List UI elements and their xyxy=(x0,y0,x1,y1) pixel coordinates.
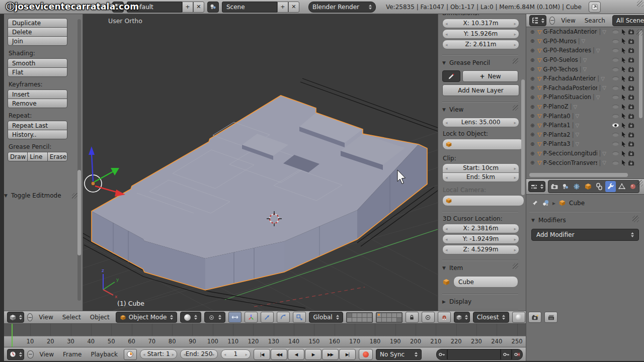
editor-type-select[interactable] xyxy=(528,181,545,192)
dimension-y-field[interactable]: Y: 15.926m xyxy=(442,29,519,39)
opengl-render-still-button[interactable] xyxy=(528,312,541,323)
tool-button-join[interactable]: Join xyxy=(8,36,67,46)
jump-prev-keyframe-button[interactable]: ◀◀ xyxy=(271,349,287,360)
expand-icon[interactable]: ⊕ xyxy=(530,48,536,53)
lens-field[interactable]: Lens: 35.000 xyxy=(442,118,519,127)
opengl-render-anim-button[interactable] xyxy=(544,312,557,323)
menu-playback[interactable]: Playback xyxy=(88,351,121,358)
editor-type-select[interactable] xyxy=(529,15,546,26)
outliner-item-label[interactable]: P-PlanoSituacion xyxy=(543,94,591,101)
visibility-eye-icon[interactable] xyxy=(612,114,619,118)
menu-select[interactable]: Select xyxy=(59,314,84,321)
tool-button-repeat-last[interactable]: Repeat Last xyxy=(8,121,67,130)
renderability-camera-icon[interactable] xyxy=(628,75,635,81)
expand-icon[interactable]: ⊕ xyxy=(530,66,536,72)
renderability-camera-icon[interactable] xyxy=(628,38,635,44)
snap-target-select[interactable]: Closest xyxy=(473,312,510,323)
viewport-canvas[interactable]: z y x User Ortho (1) Cube xyxy=(83,14,438,311)
keying-set-icon-button[interactable] xyxy=(436,349,447,360)
clip-start-field[interactable]: Start: 10cm xyxy=(442,163,519,173)
outliner-item-p-planta2[interactable]: ⊕ ▽ P-Planta2 | ▽ xyxy=(526,130,637,140)
dimension-x-field[interactable]: X: 10.317m xyxy=(442,19,519,28)
collapse-menus-button[interactable]: − xyxy=(549,17,555,25)
jump-next-keyframe-button[interactable]: ▶▶ xyxy=(322,349,339,360)
add-scene-button[interactable]: + xyxy=(277,2,288,13)
selectability-cursor-icon[interactable] xyxy=(620,94,626,101)
selectability-cursor-icon[interactable] xyxy=(620,122,626,129)
outliner-item-p-secciontransversal[interactable]: ⊕ ▽ P-SeccionTransversal | ▽ xyxy=(526,158,637,167)
tool-button-flat[interactable]: Flat xyxy=(8,67,67,77)
delete-scene-button[interactable]: ✕ xyxy=(288,2,299,13)
selectability-cursor-icon[interactable] xyxy=(620,113,626,119)
outliner-item-label[interactable]: P-SeccionLongitudinal xyxy=(543,150,597,157)
tool-shelf-scrollbar[interactable] xyxy=(77,19,81,301)
outliner-item-g-p0-techos[interactable]: ⊕ ▽ G-P0-Techos | ▽ xyxy=(526,64,637,74)
outliner-item-label[interactable]: G-P0-Muros xyxy=(543,38,576,45)
outliner-item-label[interactable]: G-P0-Techos xyxy=(543,66,578,73)
renderability-camera-icon[interactable] xyxy=(628,160,635,166)
outliner-item-label[interactable]: P-FachadaAnterior xyxy=(543,75,596,82)
tool-button-history[interactable]: History.. xyxy=(8,130,67,139)
renderability-camera-icon[interactable] xyxy=(628,94,635,100)
renderability-camera-icon[interactable] xyxy=(628,57,635,63)
tool-button-smooth[interactable]: Smooth xyxy=(8,58,67,68)
expand-icon[interactable]: ⊕ xyxy=(530,29,536,35)
menu-object[interactable]: Object xyxy=(87,314,113,321)
outliner-item-label[interactable]: G-FachadaAnterior-M xyxy=(543,28,597,35)
collapse-menus-button[interactable]: − xyxy=(27,350,34,358)
selectability-cursor-icon[interactable] xyxy=(620,66,626,72)
lock-to-scene-button[interactable] xyxy=(406,312,419,323)
expand-icon[interactable]: ⊕ xyxy=(530,132,536,137)
visibility-eye-icon[interactable] xyxy=(612,58,619,62)
scene-name-field[interactable]: Scene xyxy=(222,2,277,13)
delete-layout-button[interactable]: ✕ xyxy=(193,2,204,13)
maximize-area-button[interactable] xyxy=(589,2,601,13)
add-modifier-select[interactable]: Add Modifier xyxy=(531,229,639,241)
tool-button-draw[interactable]: Draw xyxy=(8,152,28,161)
snap-element-select[interactable] xyxy=(454,312,470,323)
outliner-item-p-planta0[interactable]: ⊕ ▽ P-Planta0 | ▽ xyxy=(526,111,637,121)
frame-end-field[interactable]: End: 250 xyxy=(180,349,217,359)
jump-to-start-button[interactable]: |◀ xyxy=(254,349,270,360)
selectability-cursor-icon[interactable] xyxy=(620,38,626,44)
toggle-editmode-panel[interactable]: ▼ Toggle Editmode xyxy=(4,192,74,199)
use-preview-range-button[interactable] xyxy=(124,349,137,360)
outliner-vertical-scrollbar[interactable] xyxy=(639,30,642,118)
selectability-cursor-icon[interactable] xyxy=(620,47,626,54)
timeline-track[interactable] xyxy=(4,324,526,336)
panel-resize-marks[interactable] xyxy=(632,216,639,222)
outliner-item-label[interactable]: G-P0-Restadores xyxy=(543,47,591,54)
tool-button-duplicate[interactable]: Duplicate xyxy=(8,18,67,28)
menu-view[interactable]: View xyxy=(558,17,578,24)
outliner-item-p-fachadaanterior[interactable]: ⊕ ▽ P-FachadaAnterior | ▽ xyxy=(526,74,637,83)
cursor-y-field[interactable]: Y: -1.9249m xyxy=(442,234,519,244)
render-engine-select[interactable]: Blender Render xyxy=(308,2,376,13)
opengl-render-sphere-button[interactable] xyxy=(512,312,525,323)
scene-browser[interactable] xyxy=(207,2,219,13)
editor-type-select[interactable] xyxy=(7,312,24,323)
grease-pencil-draw-button[interactable] xyxy=(442,70,460,82)
expand-icon[interactable]: ⊕ xyxy=(530,38,536,44)
outliner-item-g-fachadaanterior-m[interactable]: ⊕ ▽ G-FachadaAnterior-M | ▽ xyxy=(526,27,637,37)
tool-button-remove[interactable]: Remove xyxy=(8,99,67,108)
sync-mode-select[interactable]: No Sync xyxy=(376,349,422,360)
renderability-camera-icon[interactable] xyxy=(628,122,635,128)
insert-keyframe-button[interactable] xyxy=(501,349,512,360)
play-button[interactable]: ▶ xyxy=(305,349,321,360)
renderability-camera-icon[interactable] xyxy=(628,113,635,119)
object-name-field[interactable]: Cube xyxy=(453,276,518,288)
tool-button-delete[interactable]: Delete xyxy=(8,27,67,37)
selectability-cursor-icon[interactable] xyxy=(620,57,626,63)
modifiers-panel-header[interactable]: ▼ Modifiers xyxy=(531,217,639,224)
add-new-layer-button[interactable]: Add New Layer xyxy=(442,84,519,96)
panel-resize-marks[interactable] xyxy=(513,263,518,269)
menu-view[interactable]: View xyxy=(36,314,56,321)
visibility-eye-icon[interactable] xyxy=(612,30,619,34)
expand-icon[interactable]: ⊕ xyxy=(530,160,536,165)
visibility-eye-icon[interactable] xyxy=(612,133,619,137)
renderability-camera-icon[interactable] xyxy=(628,132,635,138)
display-panel-header[interactable]: ▶Display xyxy=(442,298,518,305)
manipulator-rotate-button[interactable] xyxy=(277,312,290,323)
tool-button-line[interactable]: Line xyxy=(27,152,47,161)
visibility-eye-icon[interactable] xyxy=(612,123,619,127)
